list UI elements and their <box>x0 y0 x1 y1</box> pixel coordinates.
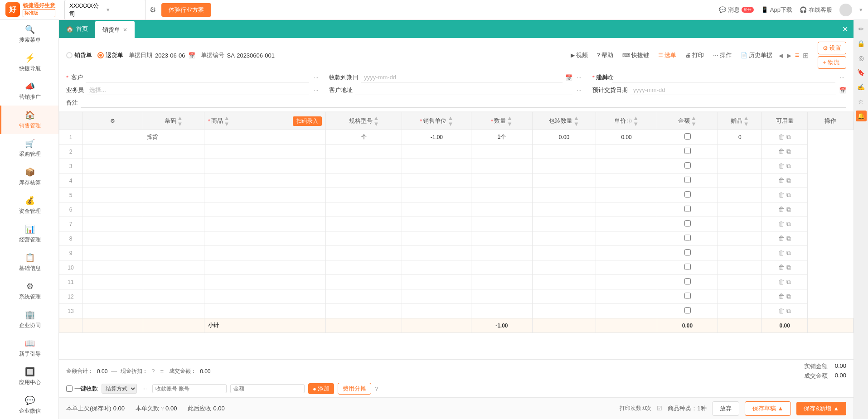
row-price[interactable] <box>532 289 596 304</box>
sidebar-item-sales[interactable]: 🏠 销售管理 <box>0 106 58 134</box>
row-price[interactable] <box>532 246 596 260</box>
one-click-checkbox[interactable] <box>66 385 73 392</box>
copy-icon[interactable]: ⧉ <box>786 235 791 242</box>
rs-bookmark-icon[interactable]: 🔖 <box>856 67 867 78</box>
delete-icon[interactable]: 🗑 <box>778 293 785 300</box>
prev-btn[interactable]: ◀ <box>779 52 783 59</box>
row-price[interactable] <box>532 188 596 202</box>
goods-type-icon[interactable]: ☑ <box>657 405 662 412</box>
row-product[interactable] <box>143 289 204 304</box>
row-product[interactable] <box>143 188 204 202</box>
warehouse-ellipsis[interactable]: ··· <box>838 73 846 82</box>
row-product[interactable] <box>143 144 204 159</box>
list-view-btn[interactable]: ⊞ <box>803 51 809 60</box>
copy-icon[interactable]: ⧉ <box>786 307 791 315</box>
delete-icon[interactable]: 🗑 <box>778 133 785 141</box>
row-barcode[interactable] <box>82 260 143 275</box>
row-qty[interactable] <box>402 188 471 202</box>
account-input[interactable] <box>152 384 227 393</box>
row-qty[interactable] <box>402 217 471 231</box>
row-barcode[interactable] <box>82 173 143 188</box>
row-product[interactable] <box>143 246 204 260</box>
logistics-button[interactable]: + 物流 <box>818 56 846 69</box>
row-gift[interactable] <box>657 130 718 144</box>
copy-icon[interactable]: ⧉ <box>786 293 791 300</box>
row-qty[interactable] <box>402 275 471 289</box>
question-icon[interactable]: ? <box>151 368 155 375</box>
customer-address-ellipsis[interactable]: ··· <box>575 86 583 94</box>
row-price[interactable] <box>532 231 596 246</box>
row-gift[interactable] <box>657 246 718 260</box>
avatar[interactable] <box>839 4 852 16</box>
row-qty[interactable] <box>402 144 471 159</box>
delete-icon[interactable]: 🗑 <box>778 162 785 170</box>
delivery-date-input[interactable] <box>630 85 836 95</box>
row-gift[interactable] <box>657 304 718 318</box>
sidebar-item-app-center[interactable]: 🔲 应用中心 <box>0 362 58 391</box>
row-product[interactable] <box>143 275 204 289</box>
row-gift[interactable] <box>657 260 718 275</box>
row-product[interactable] <box>143 231 204 246</box>
row-product[interactable] <box>143 304 204 318</box>
sidebar-item-system[interactable]: ⚙ 系统管理 <box>0 277 58 305</box>
sidebar-item-purchase[interactable]: 🛒 采购管理 <box>0 134 58 163</box>
row-spec[interactable] <box>204 231 326 246</box>
warehouse-input[interactable] <box>612 72 835 82</box>
expense-button[interactable]: 费用分摊 <box>338 383 371 395</box>
row-barcode[interactable] <box>82 188 143 202</box>
row-barcode[interactable] <box>82 246 143 260</box>
one-click-pay-check[interactable]: 一键收款 <box>66 385 98 393</box>
delete-icon[interactable]: 🗑 <box>778 177 785 184</box>
payment-cal-icon[interactable]: 📅 <box>565 74 572 81</box>
settings-button[interactable]: ⚙ 设置 <box>818 42 846 54</box>
row-gift[interactable] <box>657 188 718 202</box>
row-barcode[interactable] <box>82 144 143 159</box>
row-barcode[interactable] <box>82 202 143 217</box>
copy-icon[interactable]: ⧉ <box>786 249 791 257</box>
row-price[interactable] <box>532 144 596 159</box>
copy-icon[interactable]: ⧉ <box>786 133 791 141</box>
row-product[interactable] <box>143 173 204 188</box>
customer-address-input[interactable] <box>355 85 572 95</box>
row-price[interactable] <box>532 173 596 188</box>
row-spec[interactable] <box>204 159 326 173</box>
row-qty[interactable] <box>402 246 471 260</box>
row-gift[interactable] <box>657 159 718 173</box>
row-price[interactable] <box>532 260 596 275</box>
row-gift[interactable] <box>657 231 718 246</box>
copy-icon[interactable]: ⧉ <box>786 220 791 228</box>
sidebar-item-enterprise[interactable]: 🏢 企业协同 <box>0 305 58 334</box>
row-qty[interactable] <box>402 260 471 275</box>
row-barcode[interactable] <box>82 217 143 231</box>
row-price[interactable] <box>532 217 596 231</box>
sidebar-item-finance[interactable]: 💰 资金管理 <box>0 191 58 220</box>
print-btn[interactable]: 🖨 打印 <box>683 50 707 61</box>
row-spec[interactable] <box>204 260 326 275</box>
company-selector[interactable]: XXXXXX公司 ▾ <box>64 0 146 20</box>
delete-icon[interactable]: 🗑 <box>778 148 785 155</box>
tab-sales-order[interactable]: 销货单 ✕ <box>95 21 135 39</box>
app-download-btn[interactable]: 📱 App下载 <box>761 6 792 14</box>
row-spec[interactable] <box>204 289 326 304</box>
message-btn[interactable]: 💬 消息 99+ <box>719 6 754 14</box>
row-qty[interactable] <box>402 202 471 217</box>
row-product[interactable] <box>143 217 204 231</box>
copy-icon[interactable]: ⧉ <box>786 148 791 155</box>
row-product[interactable] <box>143 159 204 173</box>
copy-icon[interactable]: ⧉ <box>786 264 791 271</box>
video-btn[interactable]: ▶ 视频 <box>568 50 591 61</box>
sidebar-item-operations[interactable]: 📊 经营管理 <box>0 220 58 248</box>
row-gift[interactable] <box>657 202 718 217</box>
calc-method-ellipsis[interactable]: ··· <box>141 385 149 393</box>
abandon-button[interactable]: 放弃 <box>712 401 739 416</box>
row-product[interactable]: 拣货 <box>143 130 204 144</box>
sidebar-item-inventory[interactable]: 📦 库存核算 <box>0 163 58 191</box>
customer-ellipsis[interactable]: ··· <box>312 73 320 82</box>
radio-return-order[interactable]: 退货单 <box>97 51 123 59</box>
row-qty[interactable] <box>402 289 471 304</box>
tab-home[interactable]: 🏠 首页 <box>59 20 95 38</box>
row-price[interactable] <box>532 202 596 217</box>
row-spec[interactable] <box>204 188 326 202</box>
row-gift[interactable] <box>657 173 718 188</box>
customer-input[interactable] <box>86 72 309 82</box>
